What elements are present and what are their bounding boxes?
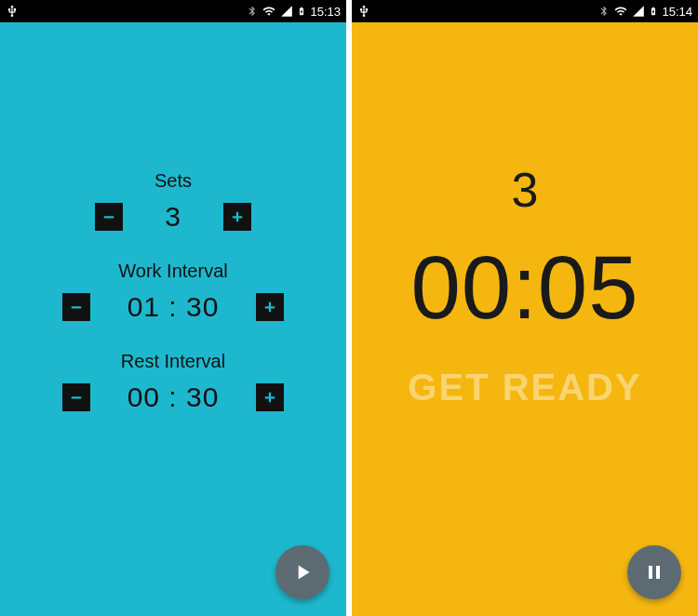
svg-rect-8 [269, 392, 271, 402]
play-button[interactable] [275, 545, 329, 599]
sets-label: Sets [154, 170, 192, 192]
sets-remaining: 3 [512, 162, 539, 218]
bluetooth-icon [247, 5, 258, 18]
wifi-icon [262, 5, 276, 18]
countdown-time: 00:05 [410, 236, 638, 339]
work-label: Work Interval [118, 261, 227, 282]
battery-charging-icon [649, 5, 658, 18]
work-stepper: 01 : 30 [62, 291, 284, 323]
work-minus-button[interactable] [62, 293, 90, 321]
setup-content: Sets 3 Work Interval 01 : 30 [0, 22, 346, 616]
battery-charging-icon [297, 5, 306, 18]
pause-button[interactable] [627, 545, 681, 599]
status-bar: 15:14 [352, 0, 698, 22]
signal-icon [632, 5, 645, 18]
work-value: 01 : 30 [122, 291, 224, 323]
status-bar: 15:13 [0, 0, 346, 22]
work-plus-button[interactable] [256, 293, 284, 321]
status-time: 15:13 [310, 5, 341, 19]
rest-value: 00 : 30 [122, 382, 224, 413]
sets-value: 3 [154, 201, 192, 233]
bluetooth-icon [598, 5, 610, 18]
work-interval-row: Work Interval 01 : 30 [62, 261, 284, 323]
signal-icon [280, 5, 293, 18]
svg-rect-5 [269, 301, 271, 312]
sets-plus-button[interactable] [223, 203, 251, 231]
svg-rect-6 [72, 396, 82, 398]
rest-interval-row: Rest Interval 00 : 30 [62, 351, 284, 413]
sets-row: Sets 3 [95, 170, 251, 233]
status-time: 15:14 [662, 5, 692, 19]
phase-label: GET READY [408, 367, 641, 408]
svg-rect-0 [104, 216, 114, 218]
sets-stepper: 3 [95, 201, 251, 233]
sets-minus-button[interactable] [95, 203, 123, 231]
rest-stepper: 00 : 30 [62, 382, 284, 413]
timer-setup-screen: 15:13 Sets 3 Work Interval 01 : 30 [0, 0, 346, 616]
svg-rect-3 [72, 306, 82, 308]
running-content: 3 00:05 GET READY [352, 22, 698, 616]
wifi-icon [613, 5, 628, 18]
usb-icon [357, 5, 370, 18]
usb-icon [6, 5, 19, 18]
rest-minus-button[interactable] [62, 383, 90, 411]
svg-rect-2 [236, 211, 238, 221]
rest-label: Rest Interval [121, 351, 225, 372]
timer-running-screen: 15:14 3 00:05 GET READY [352, 0, 698, 616]
rest-plus-button[interactable] [256, 383, 284, 411]
